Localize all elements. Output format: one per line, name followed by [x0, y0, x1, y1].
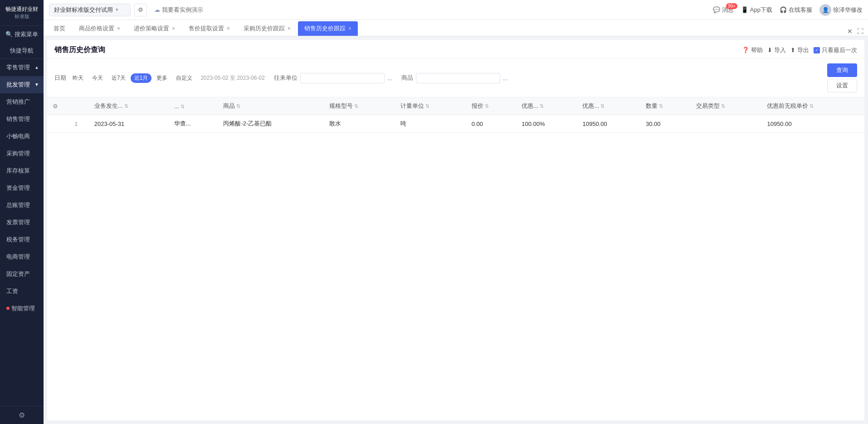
maximize-tab-button[interactable]: ⛶ [856, 27, 864, 36]
th-label-trade_type: 交易类型 [696, 102, 720, 109]
tab-5[interactable]: 销售历史价跟踪× [298, 21, 358, 36]
tab-close-2[interactable]: × [172, 25, 175, 32]
tab-close-4[interactable]: × [288, 25, 291, 32]
tab-close-1[interactable]: × [117, 25, 120, 32]
sidebar-item-6[interactable]: 库存核算 [0, 162, 44, 179]
th-discount_pct[interactable]: 优惠...⇅ [516, 97, 577, 115]
sidebar-item-5[interactable]: 采购管理 [0, 145, 44, 162]
tab-label-3: 售价提取设置 [189, 24, 224, 33]
page-actions: ❓ 帮助 ⬇ 导入 ⬆ 导出 ✓ 只看最后一次 [742, 46, 857, 54]
online-service-label: 在线客服 [789, 6, 812, 14]
th-label-product: 商品 [223, 102, 235, 109]
sidebar-settings[interactable]: ⚙ [0, 406, 44, 424]
close-tab-button[interactable]: ✕ [846, 27, 853, 36]
sidebar-search[interactable]: 🔍 搜索菜单 [0, 26, 44, 43]
app-download-button[interactable]: 📱 App下载 [741, 6, 772, 14]
sidebar-item-label-3: 销售管理 [6, 115, 39, 123]
th-price[interactable]: 报价⇅ [466, 97, 517, 115]
online-service-button[interactable]: 🎧 在线客服 [780, 6, 812, 14]
date-btn-1[interactable]: 今天 [88, 73, 107, 83]
sidebar-item-3[interactable]: 销售管理 [0, 111, 44, 128]
import-icon: ⬇ [767, 47, 772, 53]
headset-icon: 🎧 [780, 6, 787, 13]
date-btn-5[interactable]: 自定义 [172, 73, 196, 83]
help-button[interactable]: ❓ 帮助 [742, 46, 763, 54]
sort-icon-unit: ⇅ [425, 103, 429, 109]
sidebar-item-13[interactable]: 工资 [0, 283, 44, 300]
messages-badge: 99+ [726, 3, 737, 9]
export-button[interactable]: ⬆ 导出 [790, 46, 809, 54]
th-label-biz_date: 业务发生... [94, 102, 123, 109]
date-btn-2[interactable]: 近7天 [108, 73, 129, 83]
sidebar-item-7[interactable]: 资金管理 [0, 179, 44, 197]
tab-close-3[interactable]: × [227, 25, 230, 32]
product-input[interactable] [416, 73, 500, 83]
table-settings-icon[interactable]: ⚙ [53, 103, 58, 110]
sidebar-item-4[interactable]: 小畅电商 [0, 128, 44, 145]
th-product[interactable]: 商品⇅ [218, 97, 323, 115]
filter-settings-button[interactable]: 设置 [827, 79, 857, 92]
query-button[interactable]: 查询 [827, 63, 857, 77]
data-table: ⚙业务发生...⇅...⇅商品⇅规格型号⇅计量单位⇅报价⇅优惠...⇅优惠...… [47, 97, 864, 133]
app-selector[interactable]: 好业财标准版交付试用 ▾ [49, 4, 131, 16]
sidebar-item-10[interactable]: 税务管理 [0, 231, 44, 248]
th-qty[interactable]: 数量⇅ [640, 97, 691, 115]
th-pretax_price[interactable]: 优惠前无税单价⇅ [761, 97, 864, 115]
th-label-discount_pct: 优惠... [522, 102, 538, 109]
sidebar-quick-nav[interactable]: 快捷导航 [0, 43, 44, 59]
sort-icon-spec: ⇅ [354, 103, 358, 109]
user-profile-button[interactable]: 👤 徐泽华修改 [819, 4, 863, 16]
th-index [63, 97, 89, 115]
chevron-down-icon: ▾ [116, 7, 118, 13]
sidebar-item-2[interactable]: 营销推广 [0, 93, 44, 111]
th-trade_type[interactable]: 交易类型⇅ [691, 97, 762, 115]
td-unit-0: 吨 [395, 115, 466, 133]
product-more-button[interactable]: ... [503, 75, 508, 82]
th-label-extra: ... [174, 103, 179, 110]
only-last-checkbox[interactable]: ✓ 只看最后一次 [814, 46, 857, 54]
tab-4[interactable]: 采购历史价跟踪× [237, 21, 297, 36]
demo-link[interactable]: ☁ 我要看实例演示 [151, 4, 207, 16]
from-unit-label: 往来单位 [274, 74, 297, 82]
page-title: 销售历史价查询 [54, 45, 105, 55]
from-unit-more-button[interactable]: ... [387, 75, 392, 82]
th-spec[interactable]: 规格型号⇅ [324, 97, 395, 115]
th-unit[interactable]: 计量单位⇅ [395, 97, 466, 115]
td-biz_date-0: 2023-05-31 [89, 115, 169, 133]
date-btn-4[interactable]: 更多 [153, 73, 171, 83]
sidebar-item-11[interactable]: 电商管理 [0, 248, 44, 265]
sidebar-item-8[interactable]: 总账管理 [0, 197, 44, 214]
topbar-settings-button[interactable]: ⚙ [134, 4, 147, 16]
th-discount_amt[interactable]: 优惠...⇅ [577, 97, 640, 115]
th-biz_date[interactable]: 业务发生...⇅ [89, 97, 169, 115]
table-row[interactable]: 12023-05-31华查...丙烯酸-2-乙基已酯散水吨0.00100.00%… [47, 115, 864, 133]
sidebar-item-1[interactable]: 批发管理▼ [0, 76, 44, 93]
checkmark-icon: ✓ [815, 48, 819, 53]
sidebar-item-label-1: 批发管理 [6, 81, 34, 89]
sort-icon-qty: ⇅ [659, 103, 663, 109]
tab-1[interactable]: 商品价格设置× [73, 21, 127, 36]
sort-icon-trade_type: ⇅ [721, 103, 725, 109]
sidebar-item-0[interactable]: 零售管理▲ [0, 59, 44, 76]
sidebar-item-12[interactable]: 固定资产 [0, 265, 44, 283]
messages-button[interactable]: 💬 消息 99+ [713, 6, 734, 14]
date-btn-0[interactable]: 昨天 [69, 73, 87, 83]
date-range-text: 2023-05-02 至 2023-06-02 [200, 74, 264, 82]
checkbox-box: ✓ [814, 47, 820, 53]
sidebar-item-9[interactable]: 发票管理 [0, 214, 44, 231]
tab-close-5[interactable]: × [348, 25, 351, 32]
product-text-input[interactable] [420, 75, 496, 82]
tab-2[interactable]: 进价策略设置× [127, 21, 181, 36]
from-unit-input[interactable] [300, 73, 385, 83]
import-button[interactable]: ⬇ 导入 [767, 46, 786, 54]
sidebar-item-14[interactable]: 智能管理 [0, 300, 44, 317]
th-extra[interactable]: ...⇅ [169, 97, 218, 115]
tab-0[interactable]: 首页 [47, 21, 72, 36]
td-trade_type-0 [691, 115, 762, 133]
page-header: 销售历史价查询 ❓ 帮助 ⬇ 导入 ⬆ 导出 ✓ 只 [47, 40, 864, 59]
from-unit-text-input[interactable] [304, 75, 380, 82]
date-btn-3[interactable]: 近1月 [131, 73, 152, 83]
sidebar-item-label-13: 工资 [6, 287, 39, 295]
tab-3[interactable]: 售价提取设置× [182, 21, 236, 36]
td-gear-0 [47, 115, 63, 133]
